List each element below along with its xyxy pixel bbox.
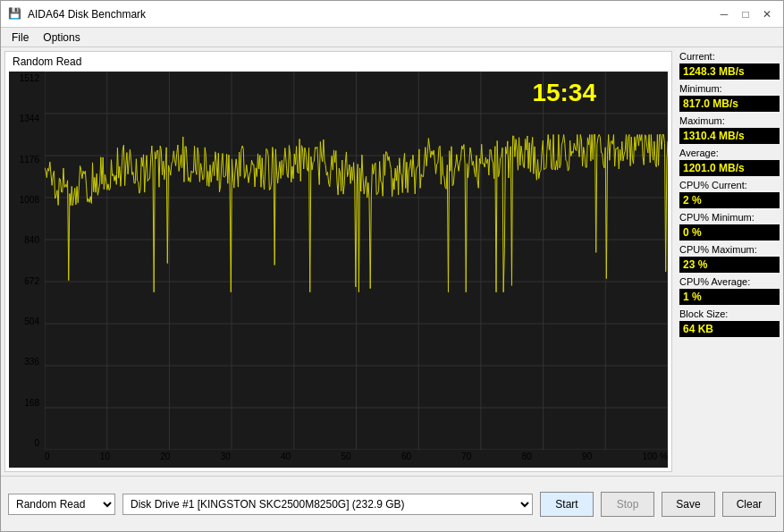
y-label-1176: 1176 (9, 155, 43, 165)
minimize-button[interactable]: ─ (715, 5, 733, 23)
stat-cpu-average: CPU% Average: 1 % (679, 276, 780, 305)
x-label-80: 80 (522, 452, 532, 461)
minimum-value: 817.0 MB/s (679, 96, 780, 112)
x-label-60: 60 (401, 452, 411, 461)
stat-cpu-minimum: CPU% Minimum: 0 % (679, 212, 780, 241)
y-label-1512: 1512 (9, 73, 43, 83)
current-label: Current: (679, 51, 780, 62)
bottom-buttons: Start Stop Save Clear (540, 492, 776, 517)
chart-title: Random Read (5, 52, 671, 72)
x-label-50: 50 (341, 452, 350, 461)
maximum-value: 1310.4 MB/s (679, 128, 780, 144)
disk-select[interactable]: Disk Drive #1 [KINGSTON SKC2500M8250G] (… (122, 494, 533, 515)
x-label-70: 70 (461, 452, 471, 461)
time-display: 15:34 (532, 79, 596, 107)
cpu-minimum-label: CPU% Minimum: (679, 212, 780, 223)
stat-cpu-maximum: CPU% Maximum: 23 % (679, 244, 780, 273)
menu-options[interactable]: Options (36, 30, 87, 46)
maximize-button[interactable]: □ (737, 5, 754, 23)
bottom-bar: Random Read Random Write Sequential Read… (1, 476, 783, 531)
y-label-336: 336 (9, 357, 43, 367)
block-size-label: Block Size: (679, 308, 780, 319)
test-type-select[interactable]: Random Read Random Write Sequential Read… (8, 494, 115, 515)
close-button[interactable]: ✕ (758, 5, 776, 23)
cpu-average-value: 1 % (679, 289, 780, 305)
x-axis: 0 10 20 30 40 50 60 70 80 90 100 % (45, 450, 668, 468)
chart-container: 0 168 336 504 672 840 1008 1176 1344 151… (9, 72, 668, 468)
stat-average: Average: 1201.0 MB/s (679, 148, 780, 176)
disk-chart-canvas (45, 72, 668, 450)
save-button[interactable]: Save (662, 492, 715, 517)
average-label: Average: (679, 148, 780, 158)
stat-cpu-current: CPU% Current: 2 % (679, 180, 780, 208)
x-label-100: 100 % (643, 452, 668, 461)
start-button[interactable]: Start (540, 492, 594, 517)
y-label-672: 672 (9, 276, 43, 286)
y-label-168: 168 (9, 398, 43, 408)
maximum-label: Maximum: (679, 115, 780, 126)
bottom-row-1: Random Read Random Write Sequential Read… (8, 494, 533, 515)
y-axis: 0 168 336 504 672 840 1008 1176 1344 151… (9, 72, 45, 450)
main-content: Random Read 0 168 336 504 672 840 1008 1… (1, 47, 783, 476)
cpu-maximum-label: CPU% Maximum: (679, 244, 780, 255)
stat-current: Current: 1248.3 MB/s (679, 51, 780, 80)
window-title: AIDA64 Disk Benchmark (28, 8, 146, 21)
y-label-1344: 1344 (9, 114, 43, 123)
cpu-maximum-value: 23 % (679, 257, 780, 273)
chart-inner: 15:34 (45, 72, 668, 450)
x-label-40: 40 (281, 452, 291, 461)
title-bar-left: 💾 AIDA64 Disk Benchmark (8, 7, 146, 21)
x-label-0: 0 (45, 452, 50, 461)
x-label-20: 20 (160, 452, 170, 461)
clear-button[interactable]: Clear (722, 492, 776, 517)
cpu-current-value: 2 % (679, 192, 780, 208)
cpu-current-label: CPU% Current: (679, 180, 780, 190)
stat-maximum: Maximum: 1310.4 MB/s (679, 115, 780, 144)
average-value: 1201.0 MB/s (679, 160, 780, 176)
cpu-average-label: CPU% Average: (679, 276, 780, 287)
y-label-0: 0 (9, 438, 43, 448)
menu-file[interactable]: File (4, 30, 36, 46)
chart-area: Random Read 0 168 336 504 672 840 1008 1… (4, 51, 672, 472)
stat-minimum: Minimum: 817.0 MB/s (679, 83, 780, 112)
stat-block-size: Block Size: 64 KB (679, 308, 780, 337)
app-icon: 💾 (8, 7, 22, 21)
minimum-label: Minimum: (679, 83, 780, 94)
x-label-90: 90 (582, 452, 592, 461)
title-bar: 💾 AIDA64 Disk Benchmark ─ □ ✕ (1, 1, 783, 28)
current-value: 1248.3 MB/s (679, 63, 780, 80)
y-label-840: 840 (9, 235, 43, 245)
y-label-504: 504 (9, 317, 43, 326)
window-controls: ─ □ ✕ (715, 5, 776, 23)
sidebar: Current: 1248.3 MB/s Minimum: 817.0 MB/s… (676, 47, 783, 476)
x-label-10: 10 (100, 452, 110, 461)
menu-bar: File Options (1, 28, 783, 47)
block-size-value: 64 KB (679, 321, 780, 337)
x-label-30: 30 (221, 452, 231, 461)
stop-button[interactable]: Stop (601, 492, 654, 517)
main-window: 💾 AIDA64 Disk Benchmark ─ □ ✕ File Optio… (0, 0, 784, 532)
cpu-minimum-value: 0 % (679, 224, 780, 241)
y-label-1008: 1008 (9, 195, 43, 205)
